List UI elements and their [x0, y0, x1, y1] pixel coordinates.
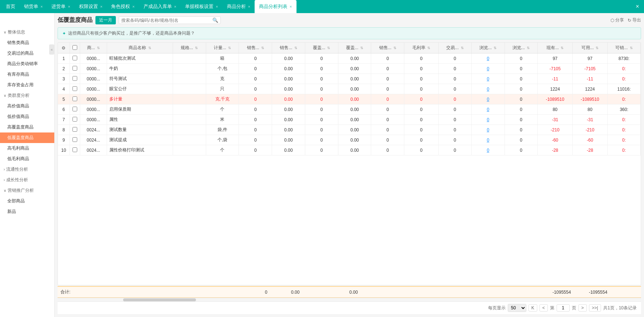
sidebar-section-growth[interactable]: › 成长性分析	[0, 175, 54, 185]
col-spec[interactable]: 规格... ⇅	[173, 43, 206, 54]
cell-name[interactable]: 眼宝公仔	[107, 84, 173, 94]
nav-tab-template[interactable]: 单据模板设置 ×	[181, 0, 222, 13]
cell-name[interactable]: 属性	[107, 115, 173, 125]
col-sales-amt[interactable]: 销售... ⇅	[272, 43, 305, 54]
cell-browse1[interactable]: 0	[471, 64, 504, 74]
cell-checkbox[interactable]	[70, 125, 80, 135]
cell-checkbox[interactable]	[70, 84, 80, 94]
close-icon[interactable]: ×	[100, 4, 102, 9]
nav-tab-permission[interactable]: 权限设置 ×	[75, 0, 107, 13]
prev-page-button[interactable]: <	[539, 304, 548, 312]
export-button[interactable]: ↻ 导出	[628, 17, 641, 23]
select-all-checkbox[interactable]	[72, 45, 77, 50]
page-number-input[interactable]	[557, 304, 570, 312]
sidebar-item-sales-goods[interactable]: 销售类商品	[0, 37, 54, 48]
sidebar-item-category-rate[interactable]: 商品分类动销率	[0, 59, 54, 69]
browse-link[interactable]: 0	[487, 66, 489, 71]
col-browse1[interactable]: 浏览... ⇅	[471, 43, 504, 54]
horizontal-scrollbar[interactable]	[58, 298, 641, 301]
cell-browse1[interactable]: 0	[471, 74, 504, 84]
cell-checkbox[interactable]	[70, 54, 80, 64]
close-icon[interactable]: ×	[40, 4, 43, 9]
col-browse2[interactable]: 浏览... ⇅	[504, 43, 538, 54]
nav-tab-product[interactable]: 产成品入库单 ×	[139, 0, 181, 13]
col-saleable[interactable]: 可销... ⇅	[608, 43, 641, 54]
cell-browse1[interactable]: 0	[471, 115, 504, 125]
nav-tab-purchase[interactable]: 进货单 ×	[47, 0, 74, 13]
col-code[interactable]: 商... ⇅	[80, 43, 107, 54]
close-icon[interactable]: ×	[174, 4, 176, 9]
sidebar-item-new-goods[interactable]: 新品	[0, 206, 54, 217]
nav-tab-analysis-list[interactable]: 商品分析列表 ×	[255, 0, 296, 13]
next-page-button[interactable]: >	[578, 304, 587, 312]
last-page-button[interactable]: >>|	[589, 304, 601, 312]
share-button[interactable]: ⬡ 分享	[610, 17, 624, 23]
sidebar-item-in-stock[interactable]: 有库存商品	[0, 69, 54, 80]
col-coverage2[interactable]: 覆盖... ⇅	[338, 43, 371, 54]
col-unit[interactable]: 计量... ⇅	[206, 43, 239, 54]
cell-name[interactable]: 牛奶	[107, 64, 173, 74]
col-settings[interactable]: ⚙	[58, 43, 70, 54]
nav-tab-analysis[interactable]: 商品分析 ×	[223, 0, 255, 13]
cell-checkbox[interactable]	[70, 74, 80, 84]
cell-browse1[interactable]: 0	[471, 145, 504, 155]
row-checkbox[interactable]	[72, 86, 77, 91]
cell-name[interactable]: 符号测试	[107, 74, 173, 84]
sidebar-item-low-margin[interactable]: 低毛利商品	[0, 154, 54, 164]
cell-checkbox[interactable]	[70, 104, 80, 115]
cell-checkbox[interactable]	[70, 135, 80, 145]
close-icon[interactable]: ×	[68, 4, 70, 9]
cell-name[interactable]: 旺辅批次测试	[107, 54, 173, 64]
sidebar-item-stock-capital[interactable]: 库存资金占用	[0, 80, 54, 90]
col-name[interactable]: 商品名称 ⇅	[107, 43, 173, 54]
cell-checkbox[interactable]	[70, 115, 80, 125]
close-icon[interactable]: ×	[216, 4, 218, 9]
sidebar-item-high-value[interactable]: 高价值商品	[0, 101, 54, 111]
sidebar-item-low-coverage[interactable]: 低覆盖度商品	[0, 132, 54, 143]
scrollbar-thumb[interactable]	[123, 298, 196, 301]
cell-checkbox[interactable]	[70, 94, 80, 104]
first-page-button[interactable]: K	[529, 304, 537, 312]
cell-checkbox[interactable]	[70, 145, 80, 155]
browse-link[interactable]: 0	[487, 127, 489, 132]
row-checkbox[interactable]	[72, 137, 77, 142]
sidebar-section-overall[interactable]: ∨ 整体信息	[0, 27, 54, 37]
cell-browse1[interactable]: 0	[471, 94, 504, 104]
browse-link[interactable]: 0	[487, 87, 489, 92]
sidebar-section-group[interactable]: ∨ 类群度分析	[0, 90, 54, 101]
cell-browse1[interactable]: 0	[471, 104, 504, 115]
nav-tab-sales[interactable]: 销货单 ×	[20, 0, 47, 13]
sidebar-item-high-margin[interactable]: 高毛利商品	[0, 143, 54, 154]
row-checkbox[interactable]	[72, 127, 77, 132]
col-sales3[interactable]: 销售... ⇅	[371, 43, 404, 54]
row-checkbox[interactable]	[72, 147, 77, 152]
browse-link[interactable]: 0	[487, 97, 489, 102]
cell-name[interactable]: 测试提成	[107, 135, 173, 145]
browse-link[interactable]: 0	[487, 117, 489, 122]
cell-browse1[interactable]: 0	[471, 84, 504, 94]
sidebar-section-marketing[interactable]: ∨ 营销推广分析	[0, 185, 54, 196]
close-icon[interactable]: ×	[132, 4, 134, 9]
page-size-select[interactable]: 50 100 200	[508, 304, 526, 312]
nav-tab-role[interactable]: 角色授权 ×	[107, 0, 139, 13]
cell-browse1[interactable]: 0	[471, 135, 504, 145]
sidebar-section-circulation[interactable]: › 流通性分析	[0, 164, 54, 175]
cell-browse1[interactable]: 0	[471, 54, 504, 64]
col-gross-margin[interactable]: 毛利率 ⇅	[404, 43, 439, 54]
row-checkbox[interactable]	[72, 107, 77, 111]
sidebar-collapse-button[interactable]: «	[49, 44, 54, 55]
col-trade[interactable]: 交易... ⇅	[439, 43, 472, 54]
sidebar-item-all-goods[interactable]: 全部商品	[0, 196, 54, 206]
close-icon[interactable]: ×	[248, 4, 250, 9]
col-available[interactable]: 可用... ⇅	[573, 43, 608, 54]
nav-tab-home[interactable]: 首页	[1, 0, 20, 13]
date-filter-button[interactable]: 近一月	[95, 16, 116, 24]
row-checkbox[interactable]	[72, 96, 77, 101]
col-current[interactable]: 现有... ⇅	[538, 43, 573, 54]
row-checkbox[interactable]	[72, 66, 77, 71]
close-icon[interactable]: ×	[290, 4, 292, 9]
cell-name[interactable]: 属性价格打印测试	[107, 145, 173, 155]
cell-name[interactable]: 多计量	[107, 94, 173, 104]
row-checkbox[interactable]	[72, 56, 77, 60]
sidebar-item-low-value[interactable]: 低价值商品	[0, 111, 54, 122]
